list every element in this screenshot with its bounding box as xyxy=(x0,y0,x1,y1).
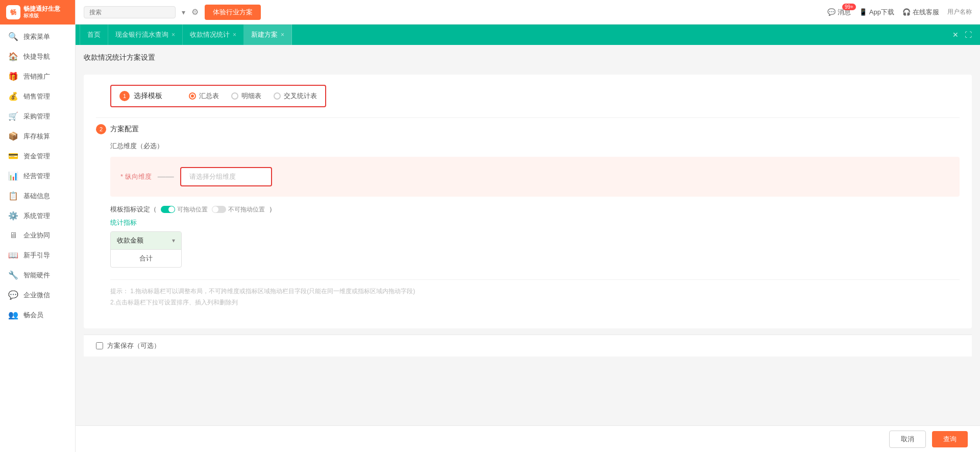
app-download-btn[interactable]: 📱 App下载 xyxy=(859,8,894,17)
logo-icon: 畅 xyxy=(6,5,20,19)
sidebar-item-basic-info[interactable]: 📋基础信息 xyxy=(0,186,75,206)
trial-btn[interactable]: 体验行业方案 xyxy=(205,5,261,20)
sidebar-icon-system: ⚙️ xyxy=(8,211,18,221)
sidebar-label-marketing: 营销推广 xyxy=(23,72,50,81)
tab-cash-flow[interactable]: 现金银行流水查询 × xyxy=(108,25,183,45)
draggable-toggle[interactable] xyxy=(161,206,175,213)
sidebar-icon-quick-nav: 🏠 xyxy=(8,52,18,61)
dimension-select[interactable]: 请选择分组维度 xyxy=(180,167,272,186)
sidebar-icon-enterprise-coop: 🖥 xyxy=(8,231,18,240)
logo-text-group: 畅捷通好生意 标准版 xyxy=(23,5,60,19)
sidebar-item-operation[interactable]: 📊经营管理 xyxy=(0,166,75,186)
draggable-badge: 可拖动位置 xyxy=(161,205,208,214)
sidebar-label-finance: 资金管理 xyxy=(23,152,50,161)
tab-new-plan-close[interactable]: × xyxy=(281,31,284,38)
sidebar-icon-search-menu: 🔍 xyxy=(8,32,18,41)
step2-header: 2 方案配置 xyxy=(96,124,960,134)
step2-badge: 2 xyxy=(96,124,106,134)
sidebar-icon-operation: 📊 xyxy=(8,171,18,181)
template-options: 汇总表 明细表 交叉统计表 xyxy=(189,91,317,101)
sidebar-icon-member: 👥 xyxy=(8,310,18,320)
sidebar-item-sales[interactable]: 💰销售管理 xyxy=(0,86,75,106)
metrics-header: 模板指标设定（ 可拖动位置 不可拖动位置 ） xyxy=(110,205,960,214)
save-checkbox[interactable] xyxy=(96,342,103,349)
sidebar-label-search-menu: 搜索菜单 xyxy=(23,32,50,41)
app-download-label: App下载 xyxy=(869,8,894,17)
content-area: 收款情况统计方案设置 1 选择模板 汇总表 xyxy=(76,45,980,425)
tab-home[interactable]: 首页 xyxy=(80,25,108,45)
service-icon: 🎧 xyxy=(902,8,911,16)
sidebar-item-purchase[interactable]: 🛒采购管理 xyxy=(0,106,75,126)
sidebar-item-enterprise-wechat[interactable]: 💬企业微信 xyxy=(0,285,75,305)
sidebar-item-inventory[interactable]: 📦库存核算 xyxy=(0,126,75,146)
sidebar-item-enterprise-coop[interactable]: 🖥企业协同 xyxy=(0,226,75,245)
chevron-down-icon[interactable]: ▾ xyxy=(172,237,175,244)
arrow-icon: —— xyxy=(158,172,174,181)
sidebar-label-purchase: 采购管理 xyxy=(23,112,50,121)
sidebar-label-system: 系统管理 xyxy=(23,211,50,221)
sidebar-item-guide[interactable]: 📖新手引导 xyxy=(0,245,75,265)
sidebar-logo: 畅 畅捷通好生意 标准版 xyxy=(0,0,75,25)
sidebar-label-quick-nav: 快捷导航 xyxy=(23,52,50,61)
tab-receipts-stats-close[interactable]: × xyxy=(233,31,236,38)
radio-summary[interactable]: 汇总表 xyxy=(189,91,219,101)
tab-cash-flow-label: 现金银行流水查询 xyxy=(115,30,168,39)
dropdown-icon[interactable]: ▾ xyxy=(182,8,185,16)
footer-bar: 取消 查询 xyxy=(76,425,980,452)
step2-title: 方案配置 xyxy=(110,125,139,134)
top-header: ▾ ⚙ 体验行业方案 💬 消息 99+ 📱 App下载 🎧 在线客服 用户名称 xyxy=(76,0,980,25)
sidebar-icon-sales: 💰 xyxy=(8,91,18,101)
sidebar-label-enterprise-wechat: 企业微信 xyxy=(23,291,50,300)
metrics-container: 模板指标设定（ 可拖动位置 不可拖动位置 ） 统计指标 xyxy=(110,205,960,269)
tab-new-plan[interactable]: 新建方案 × xyxy=(244,25,292,45)
radio-cross-label: 交叉统计表 xyxy=(284,91,317,101)
close-window-btn[interactable]: ✕ xyxy=(952,31,959,39)
sidebar: 畅 畅捷通好生意 标准版 🔍搜索菜单🏠快捷导航🎁营销推广💰销售管理🛒采购管理📦库… xyxy=(0,0,76,452)
app-icon: 📱 xyxy=(859,8,867,16)
sidebar-icon-basic-info: 📋 xyxy=(8,191,18,201)
sidebar-label-basic-info: 基础信息 xyxy=(23,192,50,201)
window-controls: ✕ ⛶ xyxy=(952,31,976,39)
tab-new-plan-label: 新建方案 xyxy=(251,30,278,39)
metrics-table-header[interactable]: 收款金额 ▾ xyxy=(111,232,181,249)
tab-receipts-stats[interactable]: 收款情况统计 × xyxy=(183,25,244,45)
query-button[interactable]: 查询 xyxy=(932,431,968,447)
sidebar-item-quick-nav[interactable]: 🏠快捷导航 xyxy=(0,46,75,66)
tab-cash-flow-close[interactable]: × xyxy=(172,31,175,38)
sidebar-item-finance[interactable]: 💳资金管理 xyxy=(0,146,75,166)
tab-bar: 首页 现金银行流水查询 × 收款情况统计 × 新建方案 × ✕ ⛶ xyxy=(76,25,980,45)
search-input[interactable] xyxy=(84,6,176,18)
sidebar-label-enterprise-coop: 企业协同 xyxy=(23,231,50,240)
metrics-table: 收款金额 ▾ 合计 xyxy=(110,231,182,268)
sidebar-icon-guide: 📖 xyxy=(8,250,18,260)
cancel-button[interactable]: 取消 xyxy=(889,431,926,448)
maximize-window-btn[interactable]: ⛶ xyxy=(965,31,972,39)
sidebar-icon-smart-hardware: 🔧 xyxy=(8,270,18,280)
dimension-title: 汇总维度（必选） xyxy=(110,141,960,151)
sidebar-item-marketing[interactable]: 🎁营销推广 xyxy=(0,66,75,86)
sidebar-item-smart-hardware[interactable]: 🔧智能硬件 xyxy=(0,265,75,285)
non-draggable-toggle[interactable] xyxy=(212,206,226,213)
sidebar-label-operation: 经营管理 xyxy=(23,172,50,181)
tip-2: 2.点击标题栏下拉可设置排序、插入列和删除列 xyxy=(110,297,960,308)
sidebar-item-system[interactable]: ⚙️系统管理 xyxy=(0,206,75,226)
sidebar-label-guide: 新手引导 xyxy=(23,251,50,260)
online-service-btn[interactable]: 🎧 在线客服 xyxy=(902,8,939,17)
sidebar-item-member[interactable]: 👥畅会员 xyxy=(0,305,75,325)
radio-cross[interactable]: 交叉统计表 xyxy=(274,91,317,101)
sidebar-label-sales: 销售管理 xyxy=(23,92,50,101)
metrics-group-label: 统计指标 xyxy=(110,218,960,227)
sidebar-item-search-menu[interactable]: 🔍搜索菜单 xyxy=(0,27,75,46)
sidebar-label-member: 畅会员 xyxy=(23,311,43,320)
message-btn[interactable]: 💬 消息 99+ xyxy=(827,8,851,17)
gear-icon[interactable]: ⚙ xyxy=(191,7,199,17)
dimension-area: * 纵向维度 —— 请选择分组维度 xyxy=(110,157,960,197)
dimension-container: 汇总维度（必选） * 纵向维度 —— 请选择分组维度 xyxy=(110,141,960,197)
radio-detail-circle xyxy=(231,92,238,100)
draggable-label: 可拖动位置 xyxy=(177,205,208,214)
sidebar-icon-marketing: 🎁 xyxy=(8,72,18,81)
step1-badge: 1 xyxy=(119,91,130,101)
radio-detail[interactable]: 明细表 xyxy=(231,91,261,101)
step1-title: 选择模板 xyxy=(134,91,162,101)
step2-section: 2 方案配置 汇总维度（必选） * 纵向维度 —— 请选择分组维度 xyxy=(96,124,960,308)
